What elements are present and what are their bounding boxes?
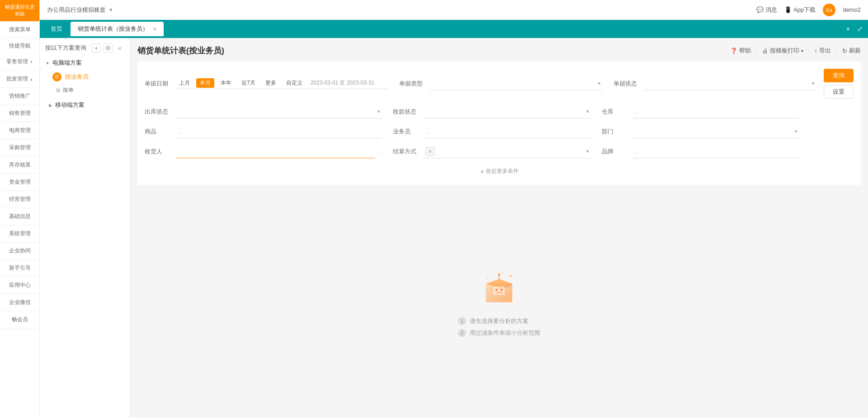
tip-text-2: 用过滤条件来缩小分析范围: [470, 329, 540, 337]
left-panel-actions: + ⚙ «: [92, 43, 124, 52]
refresh-button[interactable]: ↻ 刷新: [842, 47, 861, 55]
tab-home-label: 首页: [51, 25, 62, 33]
divider1: [756, 47, 757, 54]
app-download-button[interactable]: 📱 App下载: [784, 6, 816, 14]
goods-placeholder: ...: [177, 128, 182, 135]
doc-type-dropdown[interactable]: ▾: [430, 77, 602, 90]
app-logo[interactable]: 畅捷通好生意 标版: [0, 0, 39, 21]
sidebar-item-inventory[interactable]: 库存核算: [0, 157, 39, 174]
user-avatar[interactable]: Ea: [823, 4, 835, 16]
sidebar-item-appstore[interactable]: 应用中心: [0, 277, 39, 294]
sidebar-item-wholesale[interactable]: 批发管理 ▲: [0, 71, 39, 88]
date-btn-this-month[interactable]: 本月: [196, 78, 214, 88]
message-icon: 💬: [756, 6, 764, 13]
tabbar-controls: × ⤢: [844, 24, 864, 34]
refresh-icon: ↻: [842, 48, 847, 54]
scheme-sub-item-by-order[interactable]: ⊞ 按单: [40, 84, 130, 96]
sidebar-item-sales[interactable]: 销售管理: [0, 105, 39, 122]
tip-num-1: 1: [458, 317, 466, 325]
sidebar-item-ecommerce[interactable]: 电商管理: [0, 122, 39, 139]
filter-goods: 商品 ...: [145, 125, 382, 138]
sidebar-item-purchase[interactable]: 采购管理: [0, 139, 39, 157]
sidebar-item-newbie[interactable]: 新手引导: [0, 260, 39, 277]
sidebar-item-basic[interactable]: 基础信息: [0, 208, 39, 225]
settle-dropdown[interactable]: × ▾: [424, 145, 591, 158]
date-btn-this-year[interactable]: 本年: [217, 78, 235, 88]
export-button[interactable]: ↑ 导出: [815, 47, 831, 55]
expand-tab-button[interactable]: ⤢: [855, 24, 864, 34]
tab-close-icon[interactable]: ×: [153, 25, 156, 33]
filter-consignee: 收货人 ...: [145, 145, 382, 158]
page-actions: ❓ 帮助 🖨 按模板打印 ▾ ↑ 导出: [730, 47, 861, 55]
settings-button[interactable]: 设置: [824, 85, 854, 99]
content-area: 按以下方案查询 + ⚙ « ▼ 电脑端方案 按 按业务员 ⊞: [40, 38, 868, 418]
date-btn-last-month[interactable]: 上月: [175, 78, 193, 88]
query-button[interactable]: 查询: [824, 69, 854, 82]
empty-tip-2: 2 用过滤条件来缩小分析范围: [458, 329, 540, 337]
export-label: 导出: [819, 47, 831, 55]
date-btn-7days[interactable]: 近7天: [238, 78, 259, 88]
sidebar-item-system[interactable]: 系统管理: [0, 225, 39, 242]
collapse-label: 收起更多条件: [486, 167, 519, 175]
messages-button[interactable]: 💬 消息: [756, 6, 777, 14]
filter-row-4: 收货人 ... 结算方式 × ▾: [145, 145, 854, 158]
collapse-bar[interactable]: ∧ 收起更多条件: [145, 165, 854, 178]
collapse-panel-button[interactable]: «: [115, 43, 124, 52]
divider2: [809, 47, 809, 54]
tip-text-1: 请先选择要分析的方案: [470, 317, 528, 325]
add-scheme-button[interactable]: +: [92, 43, 101, 52]
mobile-scheme-header[interactable]: ▶ 移动端方案: [40, 98, 130, 112]
print-button[interactable]: 🖨 按模板打印 ▾: [762, 47, 803, 55]
warehouse-placeholder: ...: [634, 108, 639, 115]
sidebar-item-member[interactable]: 畅会员: [0, 311, 39, 328]
close-tab-button[interactable]: ×: [844, 24, 852, 34]
sidebar-item-enterprise[interactable]: 企业协同: [0, 242, 39, 260]
scheme-item-by-salesperson[interactable]: 按 按业务员: [40, 70, 130, 84]
scheme-item-label: 按业务员: [65, 73, 89, 81]
date-btn-custom[interactable]: 自定义: [283, 78, 306, 88]
svg-point-7: [495, 289, 498, 291]
collapse-icon: ∧: [480, 168, 484, 175]
tab-sales-stat[interactable]: 销货单统计表（按业务员） ×: [71, 22, 164, 36]
sidebar-item-finance[interactable]: 资金管理: [0, 174, 39, 191]
sidebar-item-retail[interactable]: 零售管理 ▼: [0, 53, 39, 71]
sidebar-search[interactable]: 搜索菜单: [0, 21, 39, 38]
outbound-dropdown[interactable]: ▾: [175, 105, 382, 119]
sidebar: 畅捷通好生意 标版 搜索菜单 快捷导航 零售管理 ▼ 批发管理 ▲ 营销推广 销…: [0, 0, 40, 418]
consignee-dots[interactable]: ...: [377, 148, 382, 155]
sidebar-quick-nav[interactable]: 快捷导航: [9, 38, 31, 53]
help-button[interactable]: ❓ 帮助: [730, 47, 751, 55]
brand-dropdown[interactable]: ...: [632, 145, 800, 158]
sidebar-item-marketing[interactable]: 营销推广: [0, 88, 39, 105]
salesperson-placeholder: ...: [425, 128, 430, 135]
date-btn-more[interactable]: 更多: [262, 78, 280, 88]
settle-tag-close[interactable]: ×: [429, 148, 432, 155]
scheme-settings-button[interactable]: ⚙: [104, 43, 113, 52]
warehouse-dropdown[interactable]: ...: [632, 105, 800, 119]
desktop-scheme-group-header[interactable]: ▼ 电脑端方案: [40, 56, 130, 70]
tab-home[interactable]: 首页: [43, 22, 70, 36]
settle-tag: ×: [425, 147, 435, 156]
goods-dropdown[interactable]: ...: [175, 125, 382, 138]
messages-label: 消息: [765, 6, 777, 14]
sidebar-item-wechat[interactable]: 企业微信: [0, 294, 39, 311]
payment-dropdown[interactable]: ▾: [424, 105, 591, 119]
filter-outbound: 出库状态 ▾: [145, 105, 382, 119]
left-panel-header: 按以下方案查询 + ⚙ «: [40, 43, 130, 56]
date-range-text: 2023-03-01 至 2023-03-31: [311, 79, 374, 87]
department-dropdown[interactable]: ▾: [632, 125, 800, 138]
consignee-input[interactable]: [175, 145, 375, 158]
mobile-scheme-label: 移动端方案: [55, 101, 85, 109]
department-arrow-icon: ▾: [795, 128, 797, 134]
salesperson-dropdown[interactable]: ...: [424, 125, 591, 138]
doc-status-dropdown[interactable]: ▾: [644, 77, 816, 90]
scheme-sub-label: 按单: [63, 86, 74, 94]
workspace-dropdown-icon[interactable]: ▾: [109, 6, 113, 13]
logo-text: 畅捷通好生意 标版: [2, 4, 38, 18]
brand-placeholder: ...: [634, 148, 639, 155]
main-panel: 销货单统计表(按业务员) ❓ 帮助 🖨 按模板打印 ▾ ↑: [130, 38, 868, 418]
filter-row-2: 出库状态 ▾ 收款状态 ▾: [145, 105, 854, 119]
warehouse-label: 仓库: [602, 108, 629, 116]
tab-sales-stat-label: 销货单统计表（按业务员）: [78, 25, 148, 33]
sidebar-item-operation[interactable]: 经营管理: [0, 191, 39, 208]
